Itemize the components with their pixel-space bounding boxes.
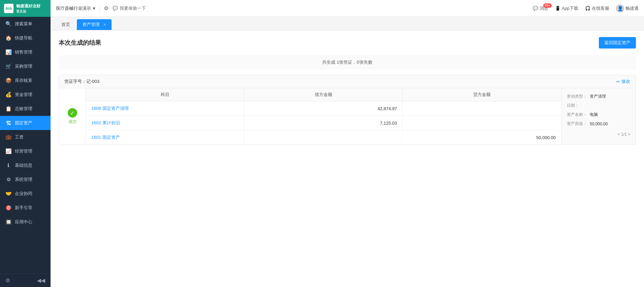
sidebar-item-operations[interactable]: 📈 经营管理 [0, 144, 51, 158]
experience-button[interactable]: 💬 我要体验一下 [113, 5, 146, 11]
app-name: 畅捷通好业财 [16, 3, 40, 9]
ledger-icon: 📋 [5, 106, 11, 112]
page-header: 本次生成的结果 返回固定资产 [59, 37, 636, 49]
box-icon: 📦 [5, 77, 11, 84]
payroll-icon: 💼 [5, 134, 11, 140]
app-download-label: App下载 [562, 5, 578, 11]
date-label: 日期： [567, 103, 579, 108]
system-icon: ⚙ [5, 177, 11, 183]
page-info: 1/1 [621, 132, 628, 137]
tab-home[interactable]: 首页 [56, 19, 75, 30]
operations-icon: 📈 [5, 148, 11, 154]
account-3[interactable]: 1601 固定资产 [86, 130, 244, 145]
settings-footer-icon[interactable]: ⚙ [5, 277, 10, 284]
asset-value-label: 资产原值： [567, 121, 587, 127]
col-debit: 借方金额 [244, 88, 403, 101]
experience-icon: 💬 [113, 6, 118, 11]
sidebar-header: AtA 畅捷通好业财 普及版 [0, 0, 51, 17]
side-info-panel: 变动类型： 资产清理 日期： 资产名称： 电脑 资产原值： 50,000.00 [561, 88, 636, 145]
guide-icon: 🎯 [5, 205, 11, 211]
credit-3: 50,000.00 [403, 131, 561, 144]
sidebar-scroll: 🔍 搜索菜单 🏠 快捷导航 📊 销售管理 🛒 采购管理 📦 库存核算 💰 资金管… [0, 17, 51, 274]
messages-button[interactable]: 💬 消息 99+ [533, 5, 548, 11]
sidebar-item-fixed-assets[interactable]: 🏗 固定资产 [0, 116, 51, 130]
sidebar-item-basic-info[interactable]: ℹ 基础信息 [0, 158, 51, 172]
dropdown-icon: ▾ [93, 6, 95, 11]
fixed-assets-icon: 🏗 [5, 120, 11, 126]
download-icon: 📱 [555, 6, 560, 11]
table-row: 1602 累计折旧 7,125.03 [86, 116, 561, 130]
service-icon: 🎧 [585, 6, 590, 11]
company-selector[interactable]: 医疗器械行业演示 ▾ [56, 5, 95, 11]
account-2[interactable]: 1602 累计折旧 [86, 116, 244, 130]
sidebar-item-search[interactable]: 🔍 搜索菜单 [0, 17, 51, 31]
tab-close-icon[interactable]: ✕ [103, 23, 106, 27]
apps-icon: 🔲 [5, 219, 11, 225]
asset-name-label: 资产名称： [567, 112, 587, 118]
next-page-button[interactable]: > [628, 132, 630, 137]
user-name: 畅捷通 [625, 5, 639, 11]
topbar-settings-icon[interactable]: ⚙ [104, 5, 109, 11]
enterprise-icon: 🤝 [5, 191, 11, 197]
voucher-card: 凭证字号：记-003 ✏ 修改 ✓ 成功 科目 借方金额 贷方金额 [59, 75, 636, 145]
app-download-button[interactable]: 📱 App下载 [555, 5, 578, 11]
debit-3 [244, 133, 403, 141]
debit-2: 7,125.03 [244, 117, 403, 130]
collapse-icon[interactable]: ◀◀ [37, 277, 45, 284]
table-row: 1606 固定资产清理 42,874.97 [86, 101, 561, 116]
app-edition: 普及版 [16, 9, 40, 14]
credit-2 [403, 119, 561, 127]
result-summary: 共生成 1张凭证，0张失败 [59, 55, 636, 69]
change-type-label: 变动类型： [567, 94, 587, 99]
sidebar-footer: ⚙ ◀◀ [0, 274, 51, 287]
account-1[interactable]: 1606 固定资产清理 [86, 101, 244, 116]
search-icon: 🔍 [5, 21, 11, 27]
online-service-button[interactable]: 🎧 在线客服 [585, 5, 609, 11]
avatar: 👤 [616, 4, 624, 12]
company-name: 医疗器械行业演示 [56, 5, 91, 11]
sidebar-item-inventory[interactable]: 📦 库存核算 [0, 73, 51, 88]
debit-1: 42,874.97 [244, 102, 403, 115]
sidebar-item-sales[interactable]: 📊 销售管理 [0, 45, 51, 59]
money-icon: 💰 [5, 92, 11, 98]
asset-name-row: 资产名称： 电脑 [567, 112, 630, 118]
voucher-table: 科目 借方金额 贷方金额 1606 固定资产清理 42,874.97 1602 … [86, 88, 561, 145]
topbar: 医疗器械行业演示 ▾ ⚙ 💬 我要体验一下 💬 消息 99+ 📱 App下载 🎧… [51, 0, 644, 17]
credit-1 [403, 104, 561, 113]
sidebar-item-apps[interactable]: 🔲 应用中心 [0, 215, 51, 229]
col-account: 科目 [86, 88, 244, 101]
experience-label: 我要体验一下 [120, 5, 146, 11]
chart-icon: 📊 [5, 49, 11, 55]
edit-icon: ✏ [616, 79, 620, 84]
online-service-label: 在线客服 [592, 5, 609, 11]
sidebar-item-enterprise[interactable]: 🤝 企业协同 [0, 187, 51, 201]
table-row: 1601 固定资产 50,000.00 [86, 130, 561, 145]
asset-name-value: 电脑 [590, 112, 598, 118]
voucher-header: 凭证字号：记-003 ✏ 修改 [59, 75, 636, 88]
sidebar-item-payroll[interactable]: 💼 工资 [0, 130, 51, 144]
info-icon: ℹ [5, 162, 11, 168]
messages-badge: 99+ [543, 3, 552, 8]
success-indicator: ✓ 成功 [59, 88, 86, 145]
prev-page-button[interactable]: < [618, 132, 620, 137]
change-type-row: 变动类型： 资产清理 [567, 94, 630, 99]
voucher-body: ✓ 成功 科目 借方金额 贷方金额 1606 固定资产清理 42,874.97 [59, 88, 636, 145]
user-button[interactable]: 👤 畅捷通 [616, 4, 639, 12]
sidebar-item-purchase[interactable]: 🛒 采购管理 [0, 59, 51, 73]
date-row: 日期： [567, 103, 630, 108]
tab-assets-management[interactable]: 资产管理 ✕ [77, 19, 112, 30]
edit-button[interactable]: ✏ 修改 [616, 78, 630, 85]
sidebar-item-guide[interactable]: 🎯 新手引导 [0, 201, 51, 215]
sidebar-item-funds[interactable]: 💰 资金管理 [0, 88, 51, 102]
content-area: 本次生成的结果 返回固定资产 共生成 1张凭证，0张失败 凭证字号：记-003 … [51, 30, 644, 287]
success-text: 成功 [68, 119, 76, 125]
topbar-divider [99, 5, 100, 12]
main-area: 医疗器械行业演示 ▾ ⚙ 💬 我要体验一下 💬 消息 99+ 📱 App下载 🎧… [51, 0, 644, 287]
sidebar-item-ledger[interactable]: 📋 总账管理 [0, 102, 51, 116]
topbar-right: 💬 消息 99+ 📱 App下载 🎧 在线客服 👤 畅捷通 [533, 4, 639, 12]
side-info-pagination: < 1/1 > [567, 132, 630, 137]
sidebar-item-quicknav[interactable]: 🏠 快捷导航 [0, 31, 51, 45]
return-button[interactable]: 返回固定资产 [599, 37, 636, 49]
sidebar-item-system[interactable]: ⚙ 系统管理 [0, 172, 51, 187]
page-title: 本次生成的结果 [59, 39, 101, 47]
